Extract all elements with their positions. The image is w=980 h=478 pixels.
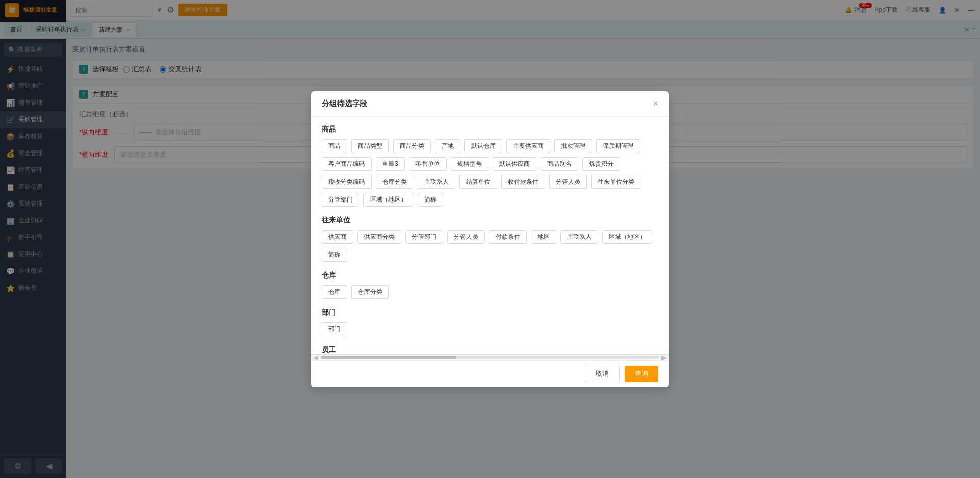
field-group-goods: 商品 商品 商品类型 商品分类 产地 默认仓库 主要供应商 批次管理 保质期管理… [322, 125, 658, 207]
chip-goods-7[interactable]: 保质期管理 [596, 139, 640, 153]
chip-goods-5[interactable]: 主要供应商 [506, 139, 550, 153]
chip-counterpart-1[interactable]: 供应商分类 [357, 230, 401, 244]
chip-goods-18[interactable]: 结算单位 [459, 175, 497, 189]
modal-header: 分组待选字段 × [311, 91, 669, 117]
modal-footer: 取消 查询 [311, 360, 669, 387]
chip-warehouse-1[interactable]: 仓库分类 [351, 285, 389, 299]
chip-counterpart-8[interactable]: 简称 [322, 248, 347, 262]
chip-counterpart-3[interactable]: 分管人员 [447, 230, 485, 244]
chip-goods-1[interactable]: 商品类型 [351, 139, 389, 153]
field-group-goods-title: 商品 [322, 125, 658, 134]
chip-goods-6[interactable]: 批次管理 [554, 139, 592, 153]
field-group-warehouse: 仓库 仓库 仓库分类 [322, 271, 658, 299]
modal-overlay: 分组待选字段 × 商品 商品 商品类型 商品分类 产地 默认仓库 主要供应商 批… [0, 0, 980, 478]
chip-goods-0[interactable]: 商品 [322, 139, 347, 153]
field-group-employee-title: 员工 [322, 345, 658, 354]
chip-goods-14[interactable]: 炼货积分 [582, 157, 620, 171]
field-chips-department: 部门 [322, 322, 658, 336]
chip-goods-4[interactable]: 默认仓库 [464, 139, 502, 153]
chip-goods-22[interactable]: 分管部门 [322, 193, 359, 207]
chip-goods-3[interactable]: 产地 [435, 139, 460, 153]
chip-goods-24[interactable]: 简称 [418, 193, 443, 207]
chip-department-0[interactable]: 部门 [322, 322, 347, 336]
hscroll-track [321, 356, 659, 359]
field-chips-goods: 商品 商品类型 商品分类 产地 默认仓库 主要供应商 批次管理 保质期管理 客户… [322, 139, 658, 207]
chip-goods-9[interactable]: 重量3 [376, 157, 405, 171]
field-group-department-title: 部门 [322, 308, 658, 317]
field-group-counterpart-title: 往来单位 [322, 216, 658, 225]
modal-dialog: 分组待选字段 × 商品 商品 商品类型 商品分类 产地 默认仓库 主要供应商 批… [311, 91, 669, 387]
chip-goods-15[interactable]: 税收分类编码 [322, 175, 372, 189]
chip-goods-23[interactable]: 区域（地区） [363, 193, 413, 207]
hscroll-thumb [321, 356, 456, 359]
chip-goods-21[interactable]: 往来单位分类 [591, 175, 641, 189]
field-group-employee: 员工 业务员 [322, 345, 658, 354]
chip-goods-19[interactable]: 收付款条件 [501, 175, 545, 189]
chip-goods-12[interactable]: 默认供应商 [493, 157, 536, 171]
chip-warehouse-0[interactable]: 仓库 [322, 285, 347, 299]
chip-counterpart-2[interactable]: 分管部门 [405, 230, 443, 244]
confirm-button[interactable]: 查询 [625, 366, 658, 382]
field-group-counterpart: 往来单位 供应商 供应商分类 分管部门 分管人员 付款条件 地区 主联系人 区域… [322, 216, 658, 262]
field-group-department: 部门 部门 [322, 308, 658, 336]
chip-goods-2[interactable]: 商品分类 [393, 139, 431, 153]
chip-goods-13[interactable]: 商品别名 [541, 157, 578, 171]
chip-counterpart-5[interactable]: 地区 [531, 230, 556, 244]
chip-goods-8[interactable]: 客户商品编码 [322, 157, 372, 171]
modal-close-btn[interactable]: × [653, 98, 658, 109]
chip-counterpart-6[interactable]: 主联系人 [560, 230, 598, 244]
field-group-warehouse-title: 仓库 [322, 271, 658, 280]
chip-goods-20[interactable]: 分管人员 [549, 175, 587, 189]
field-chips-warehouse: 仓库 仓库分类 [322, 285, 658, 299]
chip-goods-11[interactable]: 规格型号 [451, 157, 488, 171]
chip-counterpart-0[interactable]: 供应商 [322, 230, 353, 244]
modal-hscroll: ◀ ▶ [311, 354, 669, 360]
chip-goods-10[interactable]: 零售单位 [409, 157, 447, 171]
modal-body: 商品 商品 商品类型 商品分类 产地 默认仓库 主要供应商 批次管理 保质期管理… [311, 117, 669, 354]
field-chips-counterpart: 供应商 供应商分类 分管部门 分管人员 付款条件 地区 主联系人 区域（地区） … [322, 230, 658, 262]
chip-counterpart-7[interactable]: 区域（地区） [602, 230, 652, 244]
modal-title: 分组待选字段 [322, 99, 368, 109]
chip-goods-16[interactable]: 仓库分类 [376, 175, 413, 189]
chip-counterpart-4[interactable]: 付款条件 [489, 230, 527, 244]
cancel-button[interactable]: 取消 [585, 366, 620, 382]
chip-goods-17[interactable]: 主联系人 [418, 175, 455, 189]
